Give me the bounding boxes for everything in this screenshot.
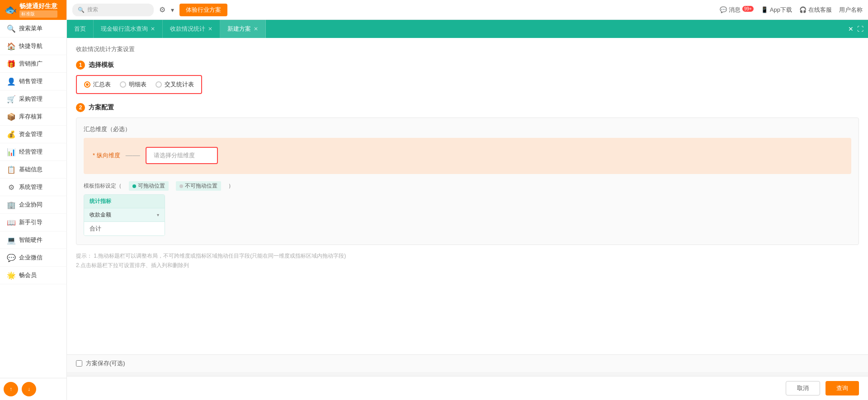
metrics-label-text: 模板指标设定（ bbox=[84, 182, 122, 190]
tab-close-new-plan[interactable]: ✕ bbox=[254, 26, 258, 32]
section2-header: 2 方案配置 bbox=[76, 103, 859, 112]
topbar-right: 💬 消息 99+ 📱 App下载 🎧 在线客服 用户名称 bbox=[720, 6, 863, 14]
sidebar-item-system[interactable]: ⚙ 系统管理 bbox=[0, 179, 66, 196]
page-breadcrumb: 收款情况统计方案设置 bbox=[76, 45, 859, 53]
sidebar-item-smart-hw[interactable]: 💻 智能硬件 bbox=[0, 231, 66, 249]
message-icon: 💬 bbox=[720, 6, 727, 13]
metrics-col-chevron: ▾ bbox=[157, 212, 159, 217]
topbar: 🔍 搜索 ⚙ ▾ 体验行业方案 💬 消息 99+ 📱 App下载 🎧 在线客服 … bbox=[67, 0, 868, 20]
save-label: 方案保存(可选) bbox=[86, 359, 125, 367]
inventory-icon: 📦 bbox=[7, 113, 15, 121]
tab-close-collection-stats[interactable]: ✕ bbox=[208, 26, 212, 32]
beginner-icon: 📖 bbox=[7, 218, 15, 226]
smart-hw-icon: 💻 bbox=[7, 236, 15, 244]
tabbar: 首页现金银行流水查询✕收款情况统计✕新建方案✕ ✕ ⛶ bbox=[67, 20, 868, 38]
sidebar-bottom-icon-2[interactable]: ↓ bbox=[22, 382, 36, 396]
vertical-dimension-label: * 纵向维度 bbox=[93, 151, 120, 160]
sidebar-bottom-icon-1[interactable]: ↑ bbox=[4, 382, 18, 396]
radio-summary[interactable]: 汇总表 bbox=[84, 80, 111, 89]
maximize-icon[interactable]: ⛶ bbox=[857, 25, 863, 33]
sidebar-item-inventory[interactable]: 📦 库存核算 bbox=[0, 108, 66, 126]
download-icon: 📱 bbox=[761, 6, 768, 13]
section1-header: 1 选择模板 bbox=[76, 61, 859, 70]
section-template: 1 选择模板 汇总表 明细表 bbox=[76, 61, 859, 94]
sidebar-logo: 🐟 畅捷通好生意 标准版 bbox=[0, 0, 66, 20]
service-icon: 🎧 bbox=[799, 6, 807, 13]
search-placeholder: 搜索 bbox=[87, 6, 98, 14]
message-badge: 99+ bbox=[742, 6, 754, 12]
close-window-icon[interactable]: ✕ bbox=[848, 25, 854, 33]
non-draggable-label: 不可拖动位置 bbox=[185, 182, 217, 190]
bottom-action-bar: 取消 查询 bbox=[67, 376, 868, 400]
service-label: 在线客服 bbox=[808, 6, 832, 14]
sidebar-item-quick-nav[interactable]: 🏠 快捷导航 bbox=[0, 38, 66, 55]
radio-cross-circle bbox=[156, 81, 162, 88]
sidebar-item-search-menu[interactable]: 🔍 搜索菜单 bbox=[0, 20, 66, 38]
metrics-col-header[interactable]: 收款金额 ▾ bbox=[84, 208, 165, 221]
radio-detail-circle bbox=[120, 81, 126, 88]
beginner-label: 新手引导 bbox=[19, 218, 42, 226]
radio-detail[interactable]: 明细表 bbox=[120, 80, 146, 89]
message-label: 消息 bbox=[729, 6, 741, 14]
metrics-table-header: 统计指标 bbox=[84, 195, 165, 208]
search-box[interactable]: 🔍 搜索 bbox=[72, 4, 154, 16]
sales-label: 销售管理 bbox=[19, 77, 42, 85]
section-config: 2 方案配置 汇总维度（必选） * 纵向维度 —— 请选择分组维度 bbox=[76, 103, 859, 269]
cancel-button[interactable]: 取消 bbox=[786, 381, 820, 395]
message-item[interactable]: 💬 消息 99+ bbox=[720, 6, 754, 14]
radio-detail-label: 明细表 bbox=[129, 80, 146, 89]
sidebar-item-beginner[interactable]: 📖 新手引导 bbox=[0, 214, 66, 231]
sidebar-item-basic[interactable]: 📋 基础信息 bbox=[0, 161, 66, 179]
sales-icon: 👤 bbox=[7, 77, 15, 85]
finance-icon: 💰 bbox=[7, 130, 15, 138]
purchase-icon: 🛒 bbox=[7, 95, 15, 103]
draggable-label: 可拖动位置 bbox=[138, 182, 165, 190]
system-icon: ⚙ bbox=[7, 183, 15, 191]
draggable-tag: 可拖动位置 bbox=[129, 181, 169, 191]
marketing-label: 营销推广 bbox=[19, 60, 42, 68]
tab-home[interactable]: 首页 bbox=[67, 20, 94, 38]
section2-title: 方案配置 bbox=[89, 104, 114, 112]
content-inner: 收款情况统计方案设置 1 选择模板 汇总表 bbox=[67, 38, 868, 354]
sidebar-item-purchase[interactable]: 🛒 采购管理 bbox=[0, 90, 66, 108]
sidebar-item-marketing[interactable]: 🎁 营销推广 bbox=[0, 55, 66, 73]
enterprise-wechat-icon: 💬 bbox=[7, 254, 15, 262]
section1-title: 选择模板 bbox=[89, 61, 114, 69]
settings-icon[interactable]: ⚙ bbox=[159, 5, 165, 14]
metrics-cell: 合计 bbox=[84, 221, 165, 235]
sidebar-item-operation[interactable]: 📊 经营管理 bbox=[0, 143, 66, 161]
dimension-select[interactable]: 请选择分组维度 bbox=[146, 147, 218, 164]
radio-summary-label: 汇总表 bbox=[93, 80, 111, 89]
enterprise-coop-icon: 🏢 bbox=[7, 201, 15, 209]
save-checkbox[interactable] bbox=[76, 360, 82, 367]
tab-close-bank-flow[interactable]: ✕ bbox=[151, 26, 155, 32]
trial-button[interactable]: 体验行业方案 bbox=[179, 4, 227, 16]
tab-label-new-plan: 新建方案 bbox=[227, 25, 251, 33]
section2-number: 2 bbox=[76, 103, 85, 112]
footer-save: 方案保存(可选) bbox=[67, 354, 868, 372]
metrics-col-label: 收款金额 bbox=[90, 211, 111, 219]
finance-label: 资金管理 bbox=[19, 130, 42, 138]
sidebar: 🐟 畅捷通好生意 标准版 🔍 搜索菜单 🏠 快捷导航 🎁 营销推广 👤 销售管理… bbox=[0, 0, 67, 400]
metrics-table: 统计指标 收款金额 ▾ 合计 bbox=[84, 194, 165, 236]
query-button[interactable]: 查询 bbox=[826, 381, 859, 395]
dimension-label: 汇总维度（必选） bbox=[84, 125, 851, 133]
sidebar-item-sales[interactable]: 👤 销售管理 bbox=[0, 73, 66, 90]
inventory-label: 库存核算 bbox=[19, 113, 42, 121]
sidebar-item-finance[interactable]: 💰 资金管理 bbox=[0, 126, 66, 143]
metrics-config-label: 模板指标设定（ 可拖动位置 不可拖动位置 ） bbox=[84, 181, 851, 191]
service-item[interactable]: 🎧 在线客服 bbox=[799, 6, 832, 14]
radio-cross[interactable]: 交叉统计表 bbox=[156, 80, 194, 89]
sidebar-item-enterprise-wechat[interactable]: 💬 企业微信 bbox=[0, 249, 66, 267]
tab-label-collection-stats: 收款情况统计 bbox=[170, 25, 205, 33]
tab-new-plan[interactable]: 新建方案✕ bbox=[220, 20, 266, 38]
dimension-area: * 纵向维度 —— 请选择分组维度 bbox=[84, 138, 851, 174]
tab-collection-stats[interactable]: 收款情况统计✕ bbox=[163, 20, 220, 38]
template-radio-group: 汇总表 明细表 交叉统计表 bbox=[84, 80, 194, 89]
sidebar-item-member[interactable]: 🌟 畅会员 bbox=[0, 267, 66, 284]
member-label: 畅会员 bbox=[19, 271, 37, 279]
tab-bank-flow[interactable]: 现金银行流水查询✕ bbox=[94, 20, 163, 38]
sidebar-item-enterprise-coop[interactable]: 🏢 企业协同 bbox=[0, 196, 66, 214]
download-item[interactable]: 📱 App下载 bbox=[761, 6, 792, 14]
expand-icon[interactable]: ▾ bbox=[171, 6, 174, 14]
